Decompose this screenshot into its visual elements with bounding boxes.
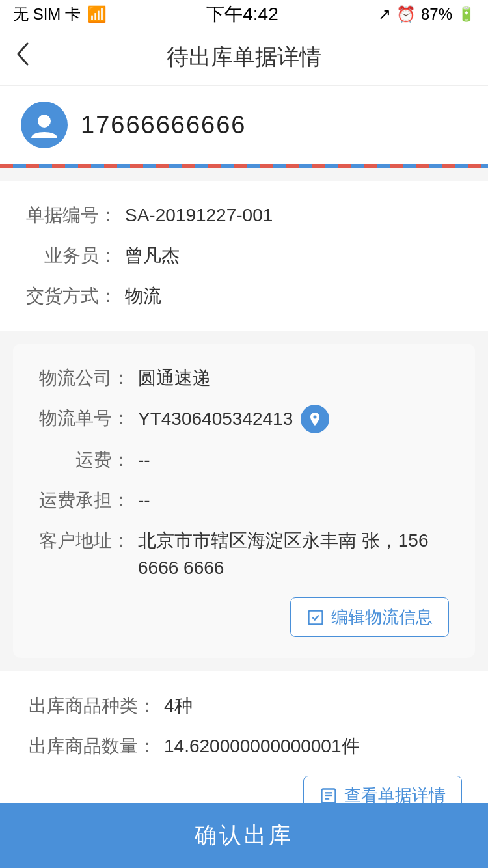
- battery-level: 87%: [421, 5, 452, 23]
- edit-logistics-container: 编辑物流信息: [39, 597, 449, 637]
- status-bar: 无 SIM 卡 📶 下午4:42 ↗ ⏰ 87% 🔋: [0, 0, 488, 29]
- confirm-outbound-label: 确认出库: [195, 821, 293, 850]
- goods-types-value: 4种: [164, 692, 462, 720]
- status-time: 下午4:42: [206, 2, 278, 27]
- tracking-no-value: YT4306405342413: [138, 405, 293, 433]
- address-row: 客户地址： 北京市市辖区海淀区永丰南 张，156 6666 6666: [39, 527, 449, 582]
- goods-quantity-label: 出库商品数量：: [26, 733, 156, 760]
- tracking-row: YT4306405342413: [138, 405, 329, 433]
- salesperson-label: 业务员：: [26, 242, 117, 269]
- logistics-company-value: 圆通速递: [138, 364, 449, 392]
- status-right: ↗ ⏰ 87% 🔋: [378, 5, 475, 23]
- document-no-row: 单据编号： SA-20191227-001: [26, 202, 462, 229]
- user-header: 17666666666: [0, 86, 488, 164]
- track-location-button[interactable]: [301, 405, 329, 433]
- tracking-no-label: 物流单号：: [39, 405, 130, 432]
- sim-status: 无 SIM 卡: [13, 4, 81, 25]
- battery-icon: 🔋: [457, 6, 475, 23]
- freight-value: --: [138, 446, 449, 474]
- goods-quantity-row: 出库商品数量： 14.620000000000001件: [26, 733, 462, 760]
- address-label: 客户地址：: [39, 527, 130, 554]
- logistics-section: 物流公司： 圆通速递 物流单号： YT4306405342413 运费： -- …: [13, 344, 475, 658]
- freight-bearer-label: 运费承担：: [39, 487, 130, 514]
- page-title: 待出库单据详情: [167, 42, 321, 72]
- alarm-icon: ⏰: [396, 5, 416, 23]
- avatar: [21, 102, 68, 148]
- location-status-icon: ↗: [378, 5, 391, 23]
- salesperson-value: 曾凡杰: [125, 242, 462, 269]
- goods-types-label: 出库商品种类：: [26, 692, 156, 720]
- logistics-company-row: 物流公司： 圆通速递: [39, 364, 449, 392]
- freight-bearer-value: --: [138, 487, 449, 514]
- nav-bar: 待出库单据详情: [0, 29, 488, 86]
- document-no-value: SA-20191227-001: [125, 202, 462, 229]
- basic-info-section: 单据编号： SA-20191227-001 业务员： 曾凡杰 交货方式： 物流: [0, 181, 488, 331]
- delivery-method-value: 物流: [125, 282, 462, 310]
- dashed-divider: [0, 164, 488, 168]
- wifi-icon: 📶: [87, 5, 107, 23]
- edit-logistics-button[interactable]: 编辑物流信息: [290, 597, 449, 637]
- delivery-method-label: 交货方式：: [26, 282, 117, 310]
- svg-point-0: [38, 115, 51, 128]
- edit-logistics-label: 编辑物流信息: [331, 606, 433, 629]
- back-button[interactable]: [16, 41, 31, 73]
- tracking-no-row: 物流单号： YT4306405342413: [39, 405, 449, 433]
- goods-quantity-value: 14.620000000000001件: [164, 733, 462, 760]
- document-no-label: 单据编号：: [26, 202, 117, 229]
- main-content: 17666666666 单据编号： SA-20191227-001 业务员： 曾…: [0, 86, 488, 868]
- salesperson-row: 业务员： 曾凡杰: [26, 242, 462, 269]
- goods-types-row: 出库商品种类： 4种: [26, 692, 462, 720]
- logistics-company-label: 物流公司：: [39, 364, 130, 392]
- freight-bearer-row: 运费承担： --: [39, 487, 449, 514]
- address-value: 北京市市辖区海淀区永丰南 张，156 6666 6666: [138, 527, 449, 582]
- svg-rect-1: [309, 610, 323, 624]
- confirm-outbound-button[interactable]: 确认出库: [0, 803, 488, 868]
- status-left: 无 SIM 卡 📶: [13, 4, 107, 25]
- delivery-method-row: 交货方式： 物流: [26, 282, 462, 310]
- user-phone: 17666666666: [81, 111, 246, 139]
- freight-label: 运费：: [39, 446, 130, 474]
- freight-row: 运费： --: [39, 446, 449, 474]
